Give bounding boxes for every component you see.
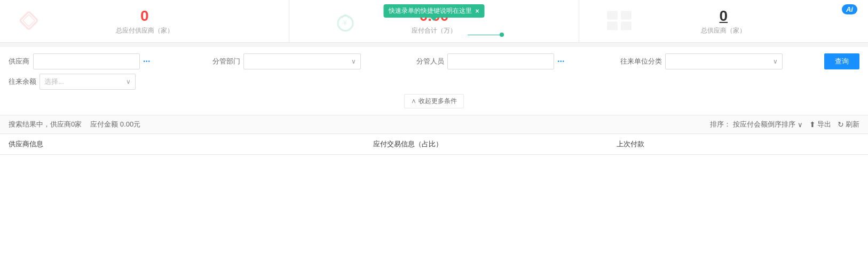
col-last-payment: 上次付款 [617, 139, 859, 149]
balance-label: 往来余额 [9, 77, 36, 87]
svg-rect-6 [607, 21, 618, 30]
unit-class-label: 往来单位分类 [620, 57, 662, 66]
col-supplier-info: 供应商信息 [9, 139, 373, 149]
person-dots[interactable]: ··· [557, 57, 564, 66]
svg-rect-5 [621, 11, 632, 19]
table-header: 供应商信息 应付交易信息（占比） 上次付款 [0, 134, 868, 155]
tooltip-indicator [468, 33, 504, 37]
filter-row-2: 往来余额 选择... ∨ [9, 74, 859, 90]
export-icon: ⬆ [809, 120, 816, 129]
stat-payable-total: ¥ 0.00 应付合计（万） 快速录单的快捷键说明在这里 × [289, 0, 579, 42]
total-suppliers-number: 0 [720, 7, 728, 25]
balance-filter: 往来余额 选择... ∨ [9, 74, 169, 90]
stat-payable-suppliers: 0 总应付供应商（家） [0, 0, 289, 42]
sort-chevron: ∨ [798, 121, 803, 129]
dept-chevron: ∨ [351, 58, 356, 65]
moneybag-icon: ¥ [332, 7, 359, 35]
export-button[interactable]: ⬆ 导出 [809, 120, 831, 129]
ai-badge: Ai [842, 4, 857, 14]
stats-bar: 0 总应付供应商（家） ¥ 0.00 应付合计（万） 快速录单的快捷键说明在这里… [0, 0, 868, 43]
svg-rect-7 [621, 21, 632, 30]
stat-total-suppliers: 0 总供应商（家） Ai [579, 0, 868, 42]
tooltip-close[interactable]: × [475, 7, 479, 15]
search-button[interactable]: 查询 [824, 53, 859, 69]
filter-bar: 供应商 ··· 分管部门 ∨ 分管人员 ··· 往来单位分类 ∨ 查询 [0, 47, 868, 115]
payable-total-label: 应付合计（万） [412, 26, 456, 35]
shortcut-tooltip: 快速录单的快捷键说明在这里 × [383, 4, 484, 18]
unit-class-select[interactable]: ∨ [665, 53, 783, 69]
supplier-filter: 供应商 ··· [9, 53, 204, 69]
results-actions: 排序： 按应付会额倒序排序 ∨ ⬆ 导出 ↻ 刷新 [710, 120, 859, 129]
supplier-input[interactable] [33, 53, 140, 69]
dept-filter: 分管部门 ∨ [212, 53, 408, 69]
filter-row-1: 供应商 ··· 分管部门 ∨ 分管人员 ··· 往来单位分类 ∨ 查询 [9, 53, 859, 69]
refresh-label: 刷新 [846, 120, 859, 129]
svg-rect-0 [20, 11, 38, 29]
dept-label: 分管部门 [212, 57, 240, 66]
person-filter: 分管人员 ··· [416, 53, 612, 69]
refresh-button[interactable]: ↻ 刷新 [838, 120, 859, 129]
refresh-icon: ↻ [838, 120, 844, 129]
collapse-button[interactable]: ∧ 收起更多条件 [404, 94, 463, 108]
person-input[interactable] [447, 53, 554, 69]
payable-suppliers-label: 总应付供应商（家） [116, 26, 173, 35]
person-label: 分管人员 [416, 57, 444, 66]
results-bar: 搜索结果中，供应商0家 应付金额 0.00元 排序： 按应付会额倒序排序 ∨ ⬆… [0, 115, 868, 134]
unit-class-chevron: ∨ [773, 58, 778, 65]
supplier-dots[interactable]: ··· [143, 57, 150, 66]
grid-icon [606, 10, 633, 33]
total-suppliers-label: 总供应商（家） [701, 26, 746, 35]
balance-select[interactable]: 选择... ∨ [40, 74, 136, 90]
supplier-label: 供应商 [9, 57, 30, 66]
balance-placeholder: 选择... [44, 77, 64, 87]
sort-select[interactable]: 排序： 按应付会额倒序排序 ∨ [710, 120, 803, 129]
svg-rect-4 [607, 11, 618, 19]
sort-value: 按应付会额倒序排序 [733, 120, 795, 129]
results-amount: 应付金额 0.00元 [90, 120, 140, 129]
dept-select[interactable]: ∨ [243, 53, 361, 69]
export-label: 导出 [817, 120, 831, 129]
results-count: 搜索结果中，供应商0家 [9, 120, 82, 129]
results-info: 搜索结果中，供应商0家 应付金额 0.00元 [9, 120, 140, 129]
table-body [0, 155, 868, 275]
payable-suppliers-number: 0 [140, 7, 149, 25]
balance-chevron: ∨ [126, 78, 131, 85]
tooltip-text: 快速录单的快捷键说明在这里 [389, 6, 472, 15]
svg-text:¥: ¥ [343, 19, 347, 26]
sort-label: 排序： [710, 120, 731, 129]
unit-class-filter: 往来单位分类 ∨ [620, 53, 816, 69]
diamond-icon [16, 7, 42, 35]
col-transaction-info: 应付交易信息（占比） [373, 139, 616, 149]
